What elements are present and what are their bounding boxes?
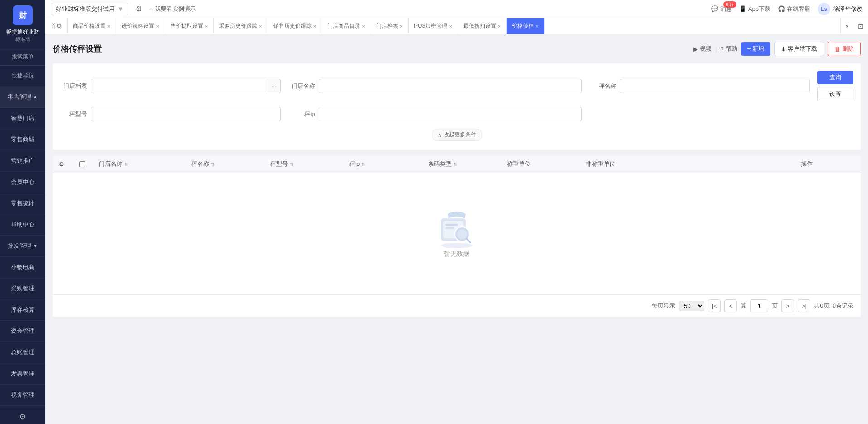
tab-purchase-history[interactable]: 采购历史价跟踪 × xyxy=(214,18,268,34)
tab-pos-encrypt[interactable]: POS加密管理 × xyxy=(409,18,458,34)
select-all-checkbox[interactable] xyxy=(79,161,85,167)
sidebar-quick-nav: 快捷导航 xyxy=(0,66,45,87)
tab-product-price[interactable]: 商品价格设置 × xyxy=(68,18,116,34)
online-service-button[interactable]: 🎧 在线客服 xyxy=(778,5,810,13)
app-download-label: App下载 xyxy=(748,5,770,13)
sidebar-item-smart-store[interactable]: 智慧门店 xyxy=(0,108,45,129)
close-icon[interactable]: × xyxy=(362,24,365,29)
scale-ip-input[interactable] xyxy=(319,107,582,121)
video-icon: ▶ xyxy=(693,46,698,53)
sidebar-item-general-ledger[interactable]: 总账管理 xyxy=(0,342,45,363)
user-menu-button[interactable]: Ea 徐泽华修改 xyxy=(818,3,863,15)
close-icon[interactable]: × xyxy=(107,24,110,29)
store-name-input[interactable] xyxy=(319,79,582,93)
tab-price-scale[interactable]: 价格传秤 × xyxy=(507,18,544,34)
svg-line-5 xyxy=(467,239,470,242)
sidebar-logo[interactable]: 财 畅捷通好业财 标准版 xyxy=(0,0,45,48)
per-page-select[interactable]: 50 10 20 100 xyxy=(679,301,704,311)
topbar-right: 💬 消息 99+ 📱 App下载 🎧 在线客服 Ea 徐泽华修改 xyxy=(711,3,863,15)
tab-sale-price[interactable]: 售价提取设置 × xyxy=(165,18,214,34)
tab-pos-encrypt-label: POS加密管理 xyxy=(414,22,447,30)
sidebar-item-finance[interactable]: 资金管理 xyxy=(0,321,45,342)
tab-close-button[interactable]: × xyxy=(841,18,853,34)
close-icon[interactable]: × xyxy=(205,24,208,29)
tab-store-profile[interactable]: 门店档案 × xyxy=(371,18,409,34)
th-scale-ip[interactable]: 秤ip ⇅ xyxy=(344,155,423,173)
th-checkbox[interactable] xyxy=(71,157,93,172)
collapse-button[interactable]: ∧ 收起更多条件 xyxy=(432,129,482,141)
delete-button[interactable]: 🗑 删除 xyxy=(828,42,861,56)
page-number-input[interactable] xyxy=(750,299,768,312)
empty-text: 暂无数据 xyxy=(444,250,469,258)
th-barcode-type[interactable]: 条码类型 ⇅ xyxy=(423,155,502,173)
topbar-settings-button[interactable]: ⚙ xyxy=(132,3,146,15)
svg-rect-6 xyxy=(445,224,458,226)
video-link[interactable]: ▶ 视频 xyxy=(693,45,712,53)
prev-page-button[interactable]: < xyxy=(724,299,737,312)
sidebar-item-wholesale[interactable]: 批发管理 ▼ xyxy=(0,236,45,257)
sidebar-item-tax[interactable]: 税务管理 xyxy=(0,385,45,406)
page-unit: 页 xyxy=(772,302,778,310)
query-button[interactable]: 查询 xyxy=(817,71,853,84)
tab-min-discount-label: 最低折扣设置 xyxy=(463,22,496,30)
version-selector[interactable]: 好业财标准版交付试用 ▼ xyxy=(51,3,128,15)
sidebar-item-marketing[interactable]: 营销推广 xyxy=(0,150,45,172)
sidebar-item-retail-mall[interactable]: 零售商城 xyxy=(0,129,45,150)
topbar-demo-link[interactable]: ○ 我要看实例演示 xyxy=(149,5,196,13)
store-profile-ellipsis-button[interactable]: ··· xyxy=(268,79,281,93)
table-header: ⚙ 门店名称 ⇅ 秤名称 ⇅ 秤型号 ⇅ 秤ip xyxy=(53,155,861,173)
sidebar-item-xiaochang[interactable]: 小畅电商 xyxy=(0,257,45,278)
close-icon[interactable]: × xyxy=(536,24,538,29)
add-button[interactable]: + 新增 xyxy=(741,42,770,56)
scale-model-input[interactable] xyxy=(91,107,281,121)
scale-name-input[interactable] xyxy=(620,79,810,93)
close-icon[interactable]: × xyxy=(259,24,262,29)
user-avatar-text: Ea xyxy=(821,6,828,12)
th-weight-unit: 称重单位 xyxy=(502,155,580,173)
sidebar-search[interactable]: 搜索菜单 xyxy=(0,48,45,66)
page-actions: ▶ 视频 | ? 帮助 + 新增 ⬇ 客户端下载 🗑 删除 xyxy=(693,42,861,56)
sidebar-item-retail-stats[interactable]: 零售统计 xyxy=(0,193,45,214)
sidebar-item-purchase[interactable]: 采购管理 xyxy=(0,278,45,299)
sidebar-settings-button[interactable]: ⚙ xyxy=(0,406,45,424)
last-page-button[interactable]: >| xyxy=(798,299,810,312)
sidebar-item-member[interactable]: 会员中心 xyxy=(0,172,45,193)
chevron-down-icon: ▼ xyxy=(117,5,123,12)
page-header: 价格传秤设置 ▶ 视频 | ? 帮助 + 新增 ⬇ 客户端下载 xyxy=(53,42,861,56)
download-button[interactable]: ⬇ 客户端下载 xyxy=(774,42,824,56)
first-page-button[interactable]: |< xyxy=(708,299,721,312)
tab-min-discount[interactable]: 最低折扣设置 × xyxy=(458,18,507,34)
close-icon[interactable]: × xyxy=(156,24,159,29)
close-icon[interactable]: × xyxy=(498,24,501,29)
sort-icon: ⇅ xyxy=(361,162,365,167)
th-scale-name[interactable]: 秤名称 ⇅ xyxy=(186,155,265,173)
th-settings[interactable]: ⚙ xyxy=(53,156,71,172)
sidebar-item-retail[interactable]: 零售管理 ▲ xyxy=(0,87,45,108)
messages-button[interactable]: 💬 消息 99+ xyxy=(711,5,732,13)
th-scale-model[interactable]: 秤型号 ⇅ xyxy=(265,155,344,173)
separator: | xyxy=(715,46,717,53)
tab-expand-button[interactable]: ⊡ xyxy=(853,18,868,34)
th-store-name[interactable]: 门店名称 ⇅ xyxy=(93,155,186,173)
store-profile-input[interactable] xyxy=(91,79,268,93)
sidebar-item-help[interactable]: 帮助中心 xyxy=(0,214,45,236)
tab-purchase-strategy[interactable]: 进价策略设置 × xyxy=(116,18,165,34)
settings-button[interactable]: 设置 xyxy=(817,87,853,101)
tab-sale-history[interactable]: 销售历史价跟踪 × xyxy=(268,18,322,34)
close-icon[interactable]: × xyxy=(400,24,403,29)
next-page-button[interactable]: > xyxy=(781,299,794,312)
tab-store-catalog[interactable]: 门店商品目录 × xyxy=(322,18,371,34)
sidebar-item-inventory[interactable]: 库存核算 xyxy=(0,299,45,321)
sidebar-item-invoice[interactable]: 发票管理 xyxy=(0,363,45,385)
app-download-button[interactable]: 📱 App下载 xyxy=(739,5,770,13)
svg-point-4 xyxy=(457,229,467,239)
th-scale-ip-label: 秤ip xyxy=(349,160,360,168)
help-link[interactable]: ? 帮助 xyxy=(721,45,737,53)
close-icon[interactable]: × xyxy=(313,24,316,29)
field-scale-ip: 秤ip xyxy=(288,107,582,121)
tab-home[interactable]: 首页 xyxy=(45,18,68,34)
field-scale-name: 秤名称 xyxy=(589,79,810,93)
form-row-1: 门店档案 ··· 门店名称 秤名称 查询 xyxy=(60,71,853,101)
close-icon[interactable]: × xyxy=(449,24,452,29)
store-profile-input-group: ··· xyxy=(91,79,281,93)
